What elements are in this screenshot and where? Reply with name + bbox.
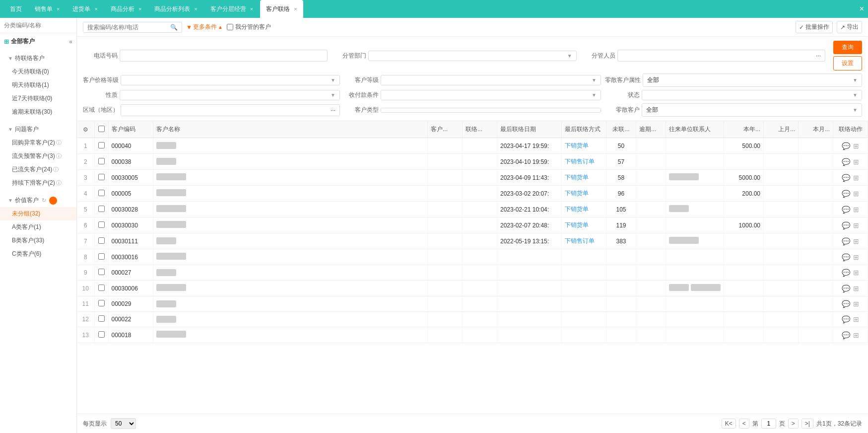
close-customer-tier-tab[interactable]: × bbox=[250, 6, 253, 12]
page-size-select[interactable]: 50 20 100 bbox=[111, 418, 136, 429]
sidebar-item-class-a[interactable]: A类客户(1) bbox=[0, 220, 76, 234]
more-icon[interactable]: ⊞ bbox=[853, 142, 859, 150]
contact-icon[interactable]: 💬 bbox=[842, 253, 850, 261]
last-method-link[interactable]: 下销货单 bbox=[565, 190, 589, 197]
row-checkbox[interactable] bbox=[98, 237, 105, 244]
row-checkbox[interactable] bbox=[98, 300, 105, 306]
next-page-btn[interactable]: > bbox=[788, 419, 799, 429]
row-checkbox[interactable] bbox=[98, 158, 105, 164]
contact-icon[interactable]: 💬 bbox=[842, 221, 850, 229]
type-column-header[interactable]: 客户... bbox=[428, 121, 463, 138]
first-page-btn[interactable]: K< bbox=[722, 419, 736, 429]
refresh-icon[interactable]: ↻ bbox=[42, 197, 46, 204]
sidebar-item-abnormal[interactable]: 回购异常客户(2) ⓘ bbox=[0, 136, 76, 149]
dept-select[interactable]: ▼ bbox=[368, 51, 576, 61]
close-purchase-tab[interactable]: × bbox=[94, 6, 97, 12]
sidebar-search-input[interactable] bbox=[4, 22, 77, 29]
customer-level-select[interactable]: ▼ bbox=[381, 75, 601, 85]
customer-type-select[interactable] bbox=[381, 108, 601, 113]
more-icon[interactable]: ⊞ bbox=[853, 174, 859, 182]
last-method-link[interactable]: 下销货单 bbox=[565, 221, 589, 228]
nav-tab-product-analysis[interactable]: 商品分析 × bbox=[105, 0, 147, 18]
close-product-list-tab[interactable]: × bbox=[194, 6, 197, 12]
more-icon[interactable]: ⊞ bbox=[853, 158, 859, 166]
contact-icon[interactable]: 💬 bbox=[842, 315, 850, 323]
sidebar-item-class-b[interactable]: B类客户(33) bbox=[0, 234, 76, 247]
row-checkbox[interactable] bbox=[98, 285, 105, 291]
sidebar-item-today[interactable]: 今天待联络(0) bbox=[0, 65, 76, 78]
row-checkbox[interactable] bbox=[98, 206, 105, 212]
nav-tab-customer-tier[interactable]: 客户分层经营 × bbox=[204, 0, 259, 18]
nav-tab-product-list[interactable]: 商品分析列表 × bbox=[148, 0, 203, 18]
contact-icon[interactable]: 💬 bbox=[842, 206, 850, 214]
row-checkbox[interactable] bbox=[98, 331, 105, 338]
search-input[interactable] bbox=[87, 24, 168, 31]
contact-icon[interactable]: 💬 bbox=[842, 285, 850, 292]
contact-icon[interactable]: 💬 bbox=[842, 269, 850, 277]
pending-group-header[interactable]: ▼ 待联络客户 bbox=[0, 52, 76, 65]
row-checkbox[interactable] bbox=[98, 190, 105, 196]
close-customer-contact-tab[interactable]: × bbox=[294, 6, 297, 12]
sidebar-item-class-c[interactable]: C类客户(6) bbox=[0, 247, 76, 261]
overdue-column-header[interactable]: 逾期... bbox=[636, 121, 666, 138]
nav-tab-customer-contact[interactable]: 客户联络 × bbox=[260, 0, 303, 18]
contact-icon[interactable]: 💬 bbox=[842, 190, 850, 198]
sidebar-item-lost[interactable]: 已流失客户(24) ⓘ bbox=[0, 163, 76, 176]
sidebar-item-overdue[interactable]: 逾期未联络(30) bbox=[0, 105, 76, 119]
partner-column-header[interactable]: 往来单位联系人 bbox=[666, 121, 724, 138]
prev-page-btn[interactable]: < bbox=[739, 419, 749, 429]
nav-tab-sales[interactable]: 销售单 × bbox=[29, 0, 66, 18]
last-date-column-header[interactable]: 最后联络日期 bbox=[497, 121, 562, 138]
row-checkbox[interactable] bbox=[98, 221, 105, 228]
last-method-link[interactable]: 下销售订单 bbox=[565, 158, 595, 165]
more-icon[interactable]: ⊞ bbox=[853, 221, 859, 229]
more-icon[interactable]: ⊞ bbox=[853, 237, 859, 245]
status-select[interactable]: ▼ bbox=[642, 90, 862, 100]
contact-column-header[interactable]: 联络... bbox=[463, 121, 497, 138]
select-all-checkbox[interactable] bbox=[98, 126, 105, 132]
settings-icon[interactable]: ⚙ bbox=[83, 126, 88, 133]
more-icon[interactable]: ⊞ bbox=[853, 315, 859, 323]
nav-tab-home[interactable]: 首页 bbox=[4, 0, 28, 18]
search-icon[interactable]: 🔍 bbox=[170, 24, 178, 31]
more-icon[interactable]: ⊞ bbox=[853, 285, 859, 292]
all-customers-header[interactable]: ⊞ 全部客户 « bbox=[0, 33, 76, 50]
phone-input[interactable] bbox=[120, 50, 328, 62]
row-checkbox[interactable] bbox=[98, 253, 105, 260]
page-number-input[interactable] bbox=[761, 419, 776, 429]
contact-icon[interactable]: 💬 bbox=[842, 300, 850, 308]
batch-operations-btn[interactable]: ✓ 批量操作 bbox=[796, 21, 833, 33]
sidebar-item-unclassified[interactable]: 未分组(32) bbox=[0, 207, 76, 220]
my-customers-checkbox[interactable] bbox=[227, 24, 233, 30]
export-btn[interactable]: ↗ 导出 bbox=[837, 21, 862, 33]
contact-icon[interactable]: 💬 bbox=[842, 237, 850, 245]
close-sales-tab[interactable]: × bbox=[57, 6, 60, 12]
more-icon[interactable]: ⊞ bbox=[853, 190, 859, 198]
more-icon[interactable]: ⊞ bbox=[853, 331, 859, 339]
last-month-column-header[interactable]: 上月... bbox=[764, 121, 799, 138]
retail-customer-select[interactable]: 全部 ▼ bbox=[642, 103, 862, 117]
contact-icon[interactable]: 💬 bbox=[842, 142, 850, 150]
sidebar-item-declining[interactable]: 持续下滑客户(2) ⓘ bbox=[0, 176, 76, 190]
close-product-analysis-tab[interactable]: × bbox=[138, 6, 141, 12]
person-select[interactable]: ··· bbox=[617, 50, 825, 62]
this-month-column-header[interactable]: 本月... bbox=[799, 121, 833, 138]
sidebar-item-7days[interactable]: 近7天待联络(0) bbox=[0, 92, 76, 105]
contact-icon[interactable]: 💬 bbox=[842, 331, 850, 339]
last-method-link[interactable]: 下销货单 bbox=[565, 206, 589, 213]
code-column-header[interactable]: 客户编码 bbox=[108, 121, 153, 138]
problem-group-header[interactable]: ▼ 问题客户 bbox=[0, 123, 76, 136]
name-column-header[interactable]: 客户名称 bbox=[153, 121, 428, 138]
settings-column-header[interactable]: ⚙ bbox=[77, 121, 94, 138]
more-icon[interactable]: ⊞ bbox=[853, 300, 859, 308]
row-checkbox[interactable] bbox=[98, 142, 105, 148]
last-method-column-header[interactable]: 最后联络方式 bbox=[562, 121, 606, 138]
row-checkbox[interactable] bbox=[98, 269, 105, 275]
more-icon[interactable]: ⊞ bbox=[853, 206, 859, 214]
last-method-link[interactable]: 下销货单 bbox=[565, 142, 589, 149]
more-icon[interactable]: ⊞ bbox=[853, 253, 859, 261]
row-checkbox[interactable] bbox=[98, 315, 105, 322]
no-contact-column-header[interactable]: 未联... bbox=[606, 121, 636, 138]
payment-select[interactable]: ▼ bbox=[381, 90, 601, 100]
last-method-link[interactable]: 下销售订单 bbox=[565, 237, 595, 244]
